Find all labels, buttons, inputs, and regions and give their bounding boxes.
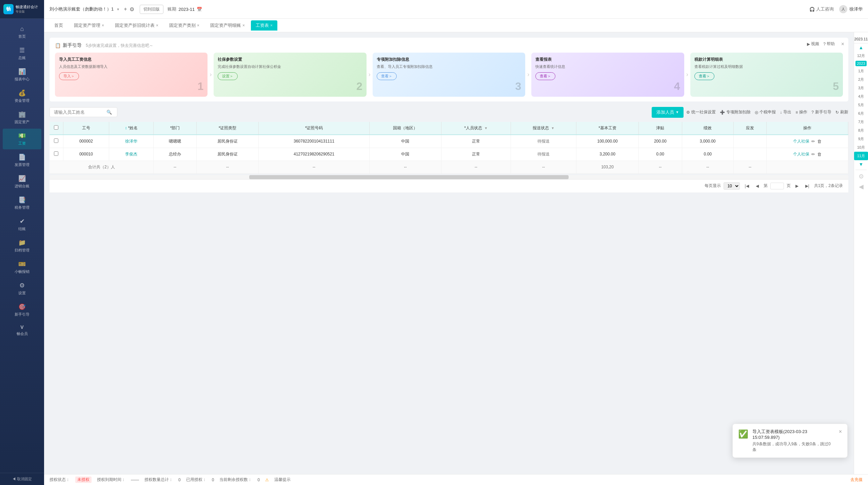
ai-consult-btn[interactable]: 🎧 人工咨询	[809, 6, 834, 12]
last-page-btn[interactable]: ▶|	[803, 183, 811, 189]
tab-fixed-assets[interactable]: 固定资产管理 ×	[69, 20, 109, 31]
tax-declaration-btn[interactable]: ◎ 个税申报	[755, 109, 776, 115]
step-4-btn[interactable]: 查看＞	[535, 72, 555, 80]
sidebar-item-label: 小畅报销	[15, 269, 29, 274]
tab-close-icon[interactable]: ×	[197, 23, 199, 28]
wizard-video-link[interactable]: ▶ 视频	[807, 41, 819, 47]
month-item-12[interactable]: 12月	[854, 52, 868, 60]
step-arrow-2: ›	[367, 53, 373, 97]
sidebar-item-vip[interactable]: V 畅会员	[3, 321, 41, 340]
btn-old-version[interactable]: 切到旧版	[140, 5, 163, 14]
wizard-close-icon[interactable]: ×	[841, 41, 844, 47]
panel-settings-icon[interactable]: ⚙	[857, 171, 865, 182]
remaining-value: 0	[257, 478, 260, 482]
top-header: 刘小艳演示账套（勿删勿动！）1 ▼ + ⚙ 切到旧版 账期 2023-11 📅 …	[44, 0, 868, 19]
first-page-btn[interactable]: |◀	[743, 183, 751, 189]
month-item-4[interactable]: 4月	[854, 92, 868, 101]
export-btn[interactable]: ↓ 导出	[780, 109, 791, 115]
month-item-5[interactable]: 5月	[854, 101, 868, 109]
horizontal-scrollbar[interactable]	[50, 175, 848, 179]
account-dropdown-arrow[interactable]: ▼	[116, 7, 120, 11]
sidebar-item-invoice[interactable]: 📄 发票管理	[3, 150, 41, 171]
user-avatar: 人	[839, 5, 847, 13]
sidebar-footer[interactable]: ◀ 取消固定	[0, 473, 44, 485]
step-1-btn[interactable]: 导入＞	[59, 72, 79, 80]
tab-depreciation[interactable]: 固定资产折旧统计表 ×	[110, 20, 163, 31]
month-item-1[interactable]: 1月	[854, 67, 868, 75]
employee-name-link[interactable]: 李俊杰	[125, 152, 137, 156]
personal-insurance-link[interactable]: 个人社保	[793, 151, 809, 157]
month-item-8[interactable]: 8月	[854, 126, 868, 135]
tab-asset-detail[interactable]: 固定资产明细账 ×	[205, 20, 250, 31]
tab-salary[interactable]: 工资表 ×	[251, 20, 277, 31]
step-5-btn[interactable]: 查看＞	[694, 72, 714, 80]
tab-close-icon[interactable]: ×	[242, 23, 245, 28]
sidebar-item-purchase[interactable]: 📈 进销台账	[3, 171, 41, 192]
personal-insurance-link[interactable]: 个人社保	[793, 138, 809, 144]
social-security-btn[interactable]: ⚙ 统一社保设置	[686, 109, 716, 115]
sidebar-item-guide[interactable]: 🎯 新手引导	[3, 300, 41, 320]
toast-close-icon[interactable]: ×	[839, 429, 842, 435]
charge-link[interactable]: 去充值	[850, 477, 863, 483]
search-icon[interactable]: 🔍	[106, 110, 112, 115]
month-item-10[interactable]: 10月	[854, 143, 868, 152]
next-page-btn[interactable]: ▶	[793, 183, 801, 189]
guide-btn[interactable]: ? 新手引导	[811, 109, 831, 115]
tab-home[interactable]: 首页	[50, 20, 68, 31]
step-3-btn[interactable]: 查看＞	[377, 72, 397, 80]
sidebar-item-assets[interactable]: 🏢 固定资产	[3, 107, 41, 128]
prev-page-btn[interactable]: ◀	[754, 183, 761, 189]
tab-close-icon[interactable]: ×	[102, 23, 104, 28]
payable-cell	[733, 135, 767, 148]
deduction-icon: ➕	[720, 110, 725, 115]
sidebar-item-funds[interactable]: 💰 资金管理	[3, 86, 41, 107]
calendar-icon[interactable]: 📅	[197, 7, 202, 12]
account-settings-icon[interactable]: ⚙	[130, 6, 134, 13]
month-item-7[interactable]: 7月	[854, 118, 868, 126]
month-item-11[interactable]: 11月	[854, 152, 868, 160]
month-item-2[interactable]: 2月	[854, 75, 868, 84]
sidebar-item-home[interactable]: ⌂ 首页	[3, 22, 41, 42]
delete-icon[interactable]: 🗑	[817, 139, 822, 144]
sidebar-item-reports[interactable]: 📊 报表中心	[3, 64, 41, 85]
panel-down-arrow[interactable]: ▼	[857, 160, 865, 168]
page-size-select[interactable]: 10 20 50	[724, 182, 740, 190]
sidebar-item-salary[interactable]: 💵 工资	[3, 129, 41, 149]
delete-icon[interactable]: 🗑	[817, 152, 822, 157]
expense-icon: 🎫	[18, 260, 26, 268]
sidebar-item-archive[interactable]: 📁 归档管理	[3, 236, 41, 256]
employee-name-link[interactable]: 徐泽华	[125, 139, 137, 144]
tab-close-icon[interactable]: ×	[156, 23, 158, 28]
sidebar-item-label: 畅会员	[17, 331, 28, 336]
month-item-3[interactable]: 3月	[854, 84, 868, 92]
sidebar-item-tax[interactable]: 📑 税务管理	[3, 193, 41, 213]
status-filter-icon[interactable]: ▼	[484, 126, 488, 130]
add-account-icon[interactable]: +	[124, 6, 127, 12]
sidebar-item-settings[interactable]: ⚙ 设置	[3, 278, 41, 299]
app-logo-icon: 畅	[3, 4, 14, 14]
wizard-help-link[interactable]: ? 帮助	[823, 41, 835, 47]
refresh-btn[interactable]: ↻ 刷新	[835, 109, 848, 115]
edit-icon[interactable]: ✏	[811, 139, 815, 144]
report-status-filter-icon[interactable]: ▼	[551, 126, 554, 130]
row-checkbox[interactable]	[54, 138, 58, 143]
table-row: 000002 徐泽华 嗯嗯嗯 居民身份证	[50, 135, 848, 148]
tab-close-icon[interactable]: ×	[270, 23, 273, 28]
panel-up-arrow[interactable]: ▲	[857, 43, 865, 52]
special-deduction-btn[interactable]: ➕ 专项附加扣除	[720, 109, 751, 115]
step-2-btn[interactable]: 设置＞	[218, 72, 238, 80]
select-all-checkbox[interactable]	[54, 125, 58, 130]
month-item-9[interactable]: 9月	[854, 135, 868, 143]
tab-asset-category[interactable]: 固定资产类别 ×	[164, 20, 204, 31]
operations-btn[interactable]: ≡ 操作	[795, 109, 807, 115]
edit-icon[interactable]: ✏	[811, 152, 815, 157]
add-person-button[interactable]: 添加人员 ▼	[652, 107, 684, 118]
row-checkbox[interactable]	[54, 151, 58, 156]
sidebar-item-ledger[interactable]: ☰ 总账	[3, 43, 41, 64]
page-input[interactable]: 1	[770, 183, 784, 189]
sidebar-item-closing[interactable]: ✔ 结账	[3, 214, 41, 235]
base-salary-cell: 3,200.00	[576, 148, 639, 161]
month-item-6[interactable]: 6月	[854, 109, 868, 118]
sidebar-item-expense[interactable]: 🎫 小畅报销	[3, 257, 41, 278]
panel-expand-icon[interactable]: ◀	[857, 182, 865, 192]
